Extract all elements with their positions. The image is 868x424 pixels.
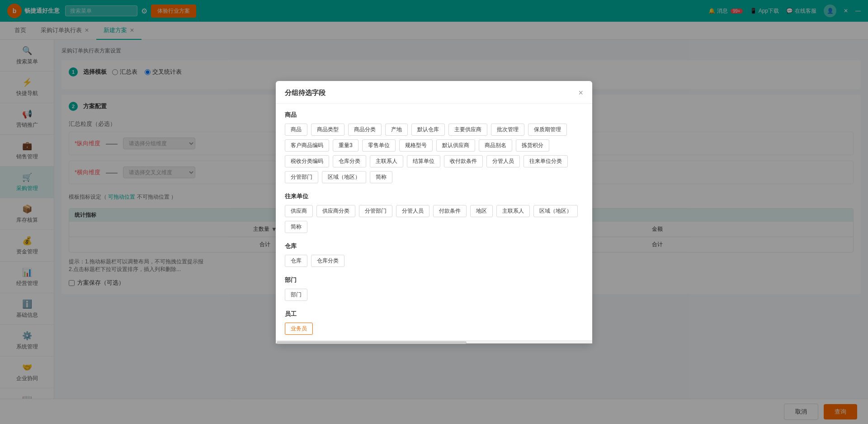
field-tag-warehouse[interactable]: 仓库 <box>285 255 307 267</box>
field-tag-goods[interactable]: 商品 <box>285 124 307 136</box>
counterpart-fields: 供应商 供应商分类 分管部门 分管人员 付款条件 地区 主联系人 区域（地区） … <box>285 205 583 233</box>
field-tag-dept-in-charge[interactable]: 分管部门 <box>285 171 318 183</box>
modal-body: 商品 商品 商品类型 商品分类 产地 默认仓库 主要供应商 批次管理 保质期管理… <box>276 104 592 341</box>
field-tag-goods-category[interactable]: 商品分类 <box>348 124 382 136</box>
field-tag-batch-mgmt[interactable]: 批次管理 <box>491 124 524 136</box>
field-tag-weight3[interactable]: 重量3 <box>333 139 359 152</box>
goods-section-title: 商品 <box>285 111 583 119</box>
field-tag-region2[interactable]: 区域（地区） <box>533 205 578 217</box>
warehouse-section-title: 仓库 <box>285 242 583 250</box>
field-tag-warehouse-type[interactable]: 仓库分类 <box>311 255 344 267</box>
field-tag-warehouse-category[interactable]: 仓库分类 <box>333 155 366 167</box>
field-tag-origin[interactable]: 产地 <box>385 124 408 136</box>
department-section-title: 部门 <box>285 276 583 284</box>
field-tag-main-supplier[interactable]: 主要供应商 <box>448 124 487 136</box>
counterpart-section-title: 往来单位 <box>285 192 583 200</box>
field-tag-supplier-category[interactable]: 供应商分类 <box>316 205 355 217</box>
department-fields: 部门 <box>285 289 583 301</box>
field-tag-tax-code[interactable]: 税收分类编码 <box>285 155 329 167</box>
modal-title: 分组待选字段 <box>285 89 326 97</box>
field-tag-default-warehouse[interactable]: 默认仓库 <box>411 124 445 136</box>
modal-hscroll-thumb <box>277 341 467 344</box>
field-tag-region[interactable]: 区域（地区） <box>322 171 366 183</box>
field-tag-supervisor[interactable]: 分管人员 <box>486 155 520 167</box>
modal-close-btn[interactable]: × <box>578 88 583 98</box>
goods-section: 商品 商品 商品类型 商品分类 产地 默认仓库 主要供应商 批次管理 保质期管理… <box>285 111 583 183</box>
field-tag-goods-alias[interactable]: 商品别名 <box>479 139 512 152</box>
field-tag-dept-mgmt[interactable]: 分管部门 <box>359 205 392 217</box>
field-tag-supplier[interactable]: 供应商 <box>285 205 313 217</box>
field-tag-main-contact[interactable]: 主联系人 <box>370 155 403 167</box>
modal-overlay: 分组待选字段 × 商品 商品 商品类型 商品分类 产地 默认仓库 主要供应商 批… <box>0 0 868 424</box>
employee-fields: 业务员 <box>285 323 583 335</box>
goods-fields: 商品 商品类型 商品分类 产地 默认仓库 主要供应商 批次管理 保质期管理 客户… <box>285 124 583 183</box>
field-tag-pick-points[interactable]: 拣货积分 <box>516 139 549 152</box>
department-section: 部门 部门 <box>285 276 583 301</box>
employee-section-title: 员工 <box>285 310 583 318</box>
modal-hscroll[interactable] <box>276 340 592 343</box>
field-tag-department[interactable]: 部门 <box>285 289 307 301</box>
field-tag-contact[interactable]: 主联系人 <box>496 205 530 217</box>
field-tag-short-name[interactable]: 简称 <box>370 171 392 183</box>
field-tag-area[interactable]: 地区 <box>470 205 493 217</box>
field-tag-default-supplier[interactable]: 默认供应商 <box>436 139 475 152</box>
field-tag-customer-code[interactable]: 客户商品编码 <box>285 139 329 152</box>
field-tag-payment-terms[interactable]: 收付款条件 <box>444 155 483 167</box>
warehouse-section: 仓库 仓库 仓库分类 <box>285 242 583 267</box>
field-tag-pay-terms[interactable]: 付款条件 <box>433 205 467 217</box>
modal-header: 分组待选字段 × <box>276 81 592 104</box>
field-tag-settlement-unit[interactable]: 结算单位 <box>407 155 440 167</box>
field-tag-counterpart-category[interactable]: 往来单位分类 <box>524 155 568 167</box>
employee-section: 员工 业务员 <box>285 310 583 335</box>
field-tag-abbr[interactable]: 简称 <box>285 221 307 233</box>
field-tag-goods-type[interactable]: 商品类型 <box>311 124 344 136</box>
field-tag-retail-unit[interactable]: 零售单位 <box>362 139 396 152</box>
field-tag-dept-person[interactable]: 分管人员 <box>396 205 429 217</box>
field-tag-salesperson[interactable]: 业务员 <box>285 323 313 335</box>
field-tag-shelf-life[interactable]: 保质期管理 <box>528 124 567 136</box>
field-tag-spec-model[interactable]: 规格型号 <box>399 139 433 152</box>
counterpart-section: 往来单位 供应商 供应商分类 分管部门 分管人员 付款条件 地区 主联系人 区域… <box>285 192 583 233</box>
warehouse-fields: 仓库 仓库分类 <box>285 255 583 267</box>
modal-dialog: 分组待选字段 × 商品 商品 商品类型 商品分类 产地 默认仓库 主要供应商 批… <box>276 81 592 343</box>
